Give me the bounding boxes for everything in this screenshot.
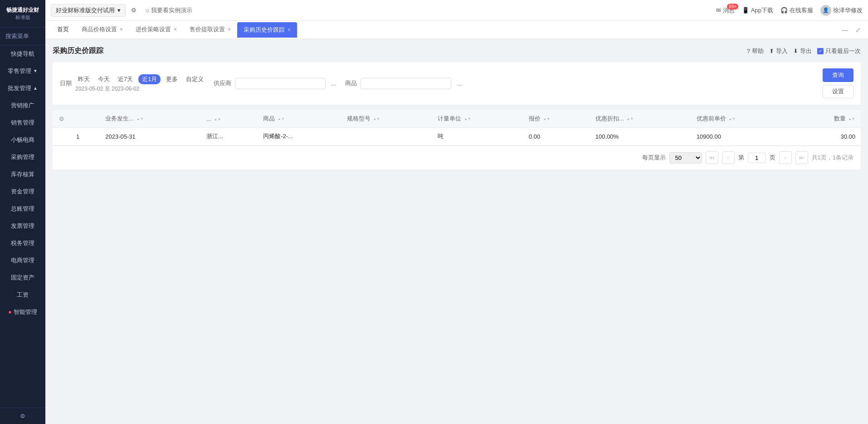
supplier-input[interactable] xyxy=(239,80,322,87)
invoice-label: 发票管理 xyxy=(11,222,34,230)
demo-button[interactable]: ○ 我要看实例演示 xyxy=(146,6,192,14)
col-unit-header[interactable]: 计量单位 ▲▼ xyxy=(432,110,523,128)
export-button[interactable]: ⬇ 导出 xyxy=(793,47,812,55)
per-page-select[interactable]: 20 50 100 xyxy=(669,152,702,164)
tab-sell-extract[interactable]: 售价提取设置 × xyxy=(183,22,237,38)
sort-quantity-icon[interactable]: ▲▼ xyxy=(848,117,855,121)
sidebar-gear-button[interactable]: ⚙ xyxy=(0,408,45,424)
date-custom[interactable]: 自定义 xyxy=(183,74,206,84)
messages-badge: 99+ xyxy=(727,4,738,10)
mobile-icon: 📱 xyxy=(742,7,749,14)
sort-goods-icon[interactable]: ▲▼ xyxy=(278,117,285,121)
tab-history-price-close[interactable]: × xyxy=(288,27,291,33)
col-pre-discount-header[interactable]: 优惠前单价 ▲▼ xyxy=(691,110,794,128)
col-discount-label: 优惠折扣... xyxy=(595,115,624,122)
sidebar-logo: 畅捷通好业财 标准版 xyxy=(0,0,45,28)
messages-button[interactable]: ✉ 消息 99+ xyxy=(716,6,735,14)
sort-unit-icon[interactable]: ▲▼ xyxy=(464,117,471,121)
col-spec-header[interactable]: 规格型号 ▲▼ xyxy=(341,110,433,128)
sort-bizdate-icon[interactable]: ▲▼ xyxy=(137,117,144,121)
sidebar-item-payroll[interactable]: 工资 xyxy=(0,286,45,304)
inventory-label: 库存核算 xyxy=(11,170,34,178)
first-page-button[interactable]: ⏮ xyxy=(706,151,718,164)
version-text: 好业财标准版交付试用 xyxy=(56,6,115,14)
goods-more-button[interactable]: ... xyxy=(455,80,463,87)
col-quantity-header[interactable]: 数量 ▲▼ xyxy=(794,110,861,128)
supplier-more-button[interactable]: ... xyxy=(329,80,338,87)
row-discount-cell: 100.00% xyxy=(590,128,691,145)
tab-home[interactable]: 首页 xyxy=(51,22,75,38)
col-more-header[interactable]: ... ▲▼ xyxy=(201,110,258,128)
goods-input[interactable] xyxy=(365,80,447,87)
sidebar-item-inventory[interactable]: 库存核算 xyxy=(0,166,45,183)
sidebar-item-ledger[interactable]: 总账管理 xyxy=(0,200,45,217)
tab-minimize-button[interactable]: — xyxy=(840,25,850,34)
tab-purchase-strategy-close[interactable]: × xyxy=(174,26,177,33)
version-selector[interactable]: 好业财标准版交付试用 ▾ xyxy=(51,4,126,17)
col-discount-header[interactable]: 优惠折扣... ▲▼ xyxy=(590,110,691,128)
filter-actions: 查询 设置 xyxy=(823,68,853,98)
sidebar-search-item[interactable]: 搜索菜单 xyxy=(0,28,45,45)
sidebar-item-finance[interactable]: 资金管理 xyxy=(0,183,45,200)
col-quote-header[interactable]: 报价 ▲▼ xyxy=(523,110,590,128)
filter-settings-button[interactable]: 设置 xyxy=(823,85,853,98)
sidebar-item-purchase[interactable]: 采购管理 xyxy=(0,149,45,166)
sidebar-item-ecommerce[interactable]: 电商管理 xyxy=(0,252,45,269)
col-index-header xyxy=(71,110,100,128)
col-gear-icon[interactable]: ⚙ xyxy=(59,116,64,122)
col-goods-header[interactable]: 商品 ▲▼ xyxy=(258,110,341,128)
user-menu[interactable]: 👤 徐泽华修改 xyxy=(820,5,863,16)
next-page-button[interactable]: › xyxy=(779,151,792,164)
topbar-settings-button[interactable]: ⚙ xyxy=(129,5,138,15)
ledger-label: 总账管理 xyxy=(11,205,34,213)
last-page-button[interactable]: ⏭ xyxy=(795,151,808,164)
sidebar-item-quick-nav[interactable]: 快捷导航 xyxy=(0,45,45,63)
sidebar-item-invoice[interactable]: 发票管理 xyxy=(0,217,45,235)
app-download-button[interactable]: 📱 App下载 xyxy=(742,6,773,14)
sidebar-item-ecommerce-small[interactable]: 小畅电商 xyxy=(0,131,45,149)
date-options: 昨天 今天 近7天 近1月 更多 自定义 2023-05-02 至 2023-0… xyxy=(75,74,206,93)
tab-price[interactable]: 商品价格设置 × xyxy=(75,22,129,38)
date-more[interactable]: 更多 xyxy=(163,74,180,84)
col-more-label: ... xyxy=(206,116,211,122)
import-button[interactable]: ⬆ 导入 xyxy=(769,47,788,55)
date-yesterday[interactable]: 昨天 xyxy=(75,74,93,84)
sidebar-item-sales[interactable]: 销售管理 xyxy=(0,114,45,131)
filter-row: 日期 昨天 今天 近7天 近1月 更多 自定义 2023-05-02 至 202… xyxy=(60,68,853,98)
page-title: 采购历史价跟踪 xyxy=(53,46,103,56)
date-today[interactable]: 今天 xyxy=(95,74,112,84)
tab-history-price[interactable]: 采购历史价跟踪 × xyxy=(237,22,297,38)
sidebar-item-smart[interactable]: ● 智能管理 xyxy=(0,304,45,321)
sidebar-item-marketing[interactable]: 营销推广 xyxy=(0,97,45,114)
query-button[interactable]: 查询 xyxy=(823,68,853,82)
date-last1m[interactable]: 近1月 xyxy=(138,74,161,84)
page-unit-label: 页 xyxy=(770,154,775,162)
row-quantity-cell: 30.00 xyxy=(794,128,861,145)
sidebar-item-assets[interactable]: 固定资产 xyxy=(0,269,45,286)
sort-pre-discount-icon[interactable]: ▲▼ xyxy=(728,117,736,121)
sort-more-icon[interactable]: ▲▼ xyxy=(214,117,221,121)
tab-sell-extract-close[interactable]: × xyxy=(228,26,231,33)
help-button[interactable]: ? 帮助 xyxy=(747,47,764,55)
online-service-button[interactable]: 🎧 在线客服 xyxy=(780,6,813,14)
tab-fullscreen-button[interactable]: ⤢ xyxy=(853,25,863,34)
purchase-label: 采购管理 xyxy=(11,153,34,161)
date-last7[interactable]: 近7天 xyxy=(115,74,136,84)
prev-page-button[interactable]: ‹ xyxy=(722,151,735,164)
marketing-label: 营销推广 xyxy=(11,101,34,110)
tab-price-close[interactable]: × xyxy=(120,26,123,33)
row-quote-cell: 0.00 xyxy=(523,128,590,145)
sort-discount-icon[interactable]: ▲▼ xyxy=(626,117,634,121)
ecommerce-small-label: 小畅电商 xyxy=(11,136,34,144)
sidebar-item-retail[interactable]: 零售管理 ▼ xyxy=(0,63,45,80)
sidebar-item-wholesale[interactable]: 批发管理 ▲ xyxy=(0,80,45,97)
settings-icon: ⚙ xyxy=(131,7,137,14)
sort-spec-icon[interactable]: ▲▼ xyxy=(373,117,380,121)
col-bizdate-header[interactable]: 业务发生... ▲▼ xyxy=(100,110,201,128)
sidebar-item-tax[interactable]: 税务管理 xyxy=(0,235,45,252)
page-number-input[interactable] xyxy=(748,153,766,163)
only-last-checkbox[interactable]: 只看最后一次 xyxy=(817,47,861,55)
tab-purchase-strategy[interactable]: 进价策略设置 × xyxy=(129,22,183,38)
row-index-cell: 1 xyxy=(71,128,100,145)
sort-quote-icon[interactable]: ▲▼ xyxy=(543,117,550,121)
